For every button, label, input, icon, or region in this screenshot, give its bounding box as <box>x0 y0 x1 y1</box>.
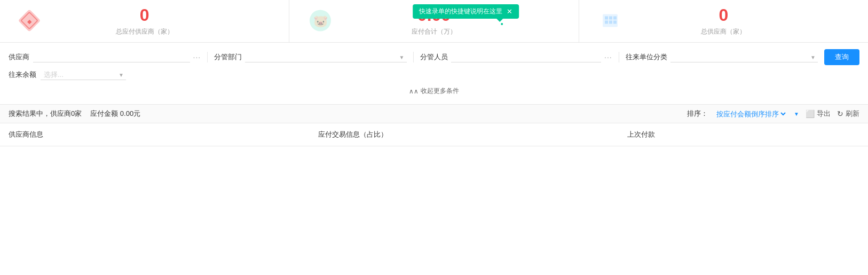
col-payment-header: 上次付款 <box>627 130 859 139</box>
table-body <box>0 146 868 275</box>
filter-supplier: 供应商 ··· <box>9 52 201 62</box>
query-button[interactable]: 查询 <box>824 49 859 65</box>
pig-icon: 🐷 <box>305 5 335 37</box>
payable-suppliers-label: 总应付供应商（家） <box>116 27 173 36</box>
category-label: 往来单位分类 <box>626 52 667 62</box>
tooltip-dot <box>500 22 504 26</box>
refresh-button[interactable]: ↻ 刷新 <box>837 109 859 119</box>
payable-suppliers-number: 0 <box>140 6 149 25</box>
supplier-label: 供应商 <box>9 52 30 62</box>
balance-select-wrapper: 选择... ▼ <box>41 69 126 80</box>
refresh-label: 刷新 <box>846 109 859 119</box>
sort-select[interactable]: 按应付会额倒序排序 <box>714 109 787 119</box>
collapse-bar: ∧∧ 收起更多条件 <box>9 84 859 100</box>
supplier-input-wrapper <box>33 52 190 62</box>
collapse-up-icon: ∧∧ <box>409 88 419 95</box>
svg-text:🐷: 🐷 <box>313 13 328 28</box>
result-actions: 排序： 按应付会额倒序排序 ▼ ⬜ 导出 ↻ 刷新 <box>687 109 859 119</box>
svg-rect-9 <box>605 20 608 23</box>
department-select[interactable] <box>245 52 406 62</box>
filter-row-1: 供应商 ··· 分管部门 ▼ 分管人员 ··· <box>9 49 859 65</box>
svg-rect-6 <box>605 16 608 19</box>
amount-text: 应付金额 0.00元 <box>90 109 140 119</box>
category-select[interactable] <box>670 52 818 62</box>
stat-total-suppliers: 0 总供应商（家） <box>579 0 868 42</box>
export-label: 导出 <box>817 109 831 119</box>
export-icon: ⬜ <box>806 109 815 118</box>
table-header: 供应商信息 应付交易信息（占比） 上次付款 <box>0 123 868 146</box>
category-select-wrapper: ▼ <box>670 52 818 62</box>
supplier-input[interactable] <box>33 52 190 62</box>
department-select-wrapper: ▼ <box>245 52 406 62</box>
collapse-button[interactable]: ∧∧ 收起更多条件 <box>409 87 459 96</box>
person-dots-icon[interactable]: ··· <box>604 53 612 61</box>
svg-rect-8 <box>613 16 617 19</box>
diamond-icon: ◆ <box>16 7 43 35</box>
total-suppliers-label: 总供应商（家） <box>701 27 746 36</box>
divider-1 <box>207 52 208 62</box>
stats-bar: ◆ 0 总应付供应商（家） 🐷 0.00 应付合计（万） 快速录单的快捷键说明在… <box>0 0 868 43</box>
total-suppliers-number: 0 <box>719 6 728 25</box>
stat-payable-total: 🐷 0.00 应付合计（万） 快速录单的快捷键说明在这里 ✕ <box>289 0 579 42</box>
stat-payable-suppliers: ◆ 0 总应付供应商（家） <box>0 0 289 42</box>
department-label: 分管部门 <box>214 52 242 62</box>
divider-2 <box>413 52 414 62</box>
filter-balance: 往来余额 选择... ▼ <box>9 69 126 80</box>
tooltip-text: 快速录单的快捷键说明在这里 <box>419 7 502 16</box>
svg-text:◆: ◆ <box>27 18 32 24</box>
payable-total-label: 应付合计（万） <box>412 27 456 36</box>
supplier-count-text: 搜索结果中，供应商0家 <box>9 109 82 119</box>
refresh-icon: ↻ <box>837 109 843 118</box>
svg-rect-7 <box>609 16 612 19</box>
result-bar: 搜索结果中，供应商0家 应付金额 0.00元 排序： 按应付会额倒序排序 ▼ ⬜… <box>0 105 868 123</box>
supplier-dots-icon[interactable]: ··· <box>193 53 201 61</box>
sort-label: 排序： <box>687 109 708 119</box>
building-icon <box>595 5 625 37</box>
balance-select[interactable]: 选择... <box>41 69 126 80</box>
svg-rect-10 <box>609 20 612 23</box>
col-supplier-header: 供应商信息 <box>9 130 318 139</box>
filter-category: 往来单位分类 ▼ <box>626 52 818 62</box>
divider-3 <box>619 52 619 62</box>
svg-rect-11 <box>613 20 617 23</box>
filter-person: 分管人员 ··· <box>420 52 612 62</box>
balance-label: 往来余额 <box>9 70 36 80</box>
tooltip-close-icon[interactable]: ✕ <box>507 8 512 15</box>
col-transaction-header: 应付交易信息（占比） <box>318 130 628 139</box>
person-label: 分管人员 <box>420 52 448 62</box>
tooltip-bubble: 快速录单的快捷键说明在这里 ✕ <box>413 4 519 19</box>
filter-row-2: 往来余额 选择... ▼ <box>9 69 859 80</box>
filter-department: 分管部门 ▼ <box>214 52 406 62</box>
collapse-text: 收起更多条件 <box>421 87 459 96</box>
result-info: 搜索结果中，供应商0家 应付金额 0.00元 <box>9 109 140 119</box>
filter-bar: 供应商 ··· 分管部门 ▼ 分管人员 ··· <box>0 43 868 105</box>
person-input-wrapper <box>451 52 602 62</box>
export-button[interactable]: ⬜ 导出 <box>806 109 831 119</box>
person-input[interactable] <box>451 52 602 62</box>
sort-chevron-icon: ▼ <box>794 111 799 117</box>
